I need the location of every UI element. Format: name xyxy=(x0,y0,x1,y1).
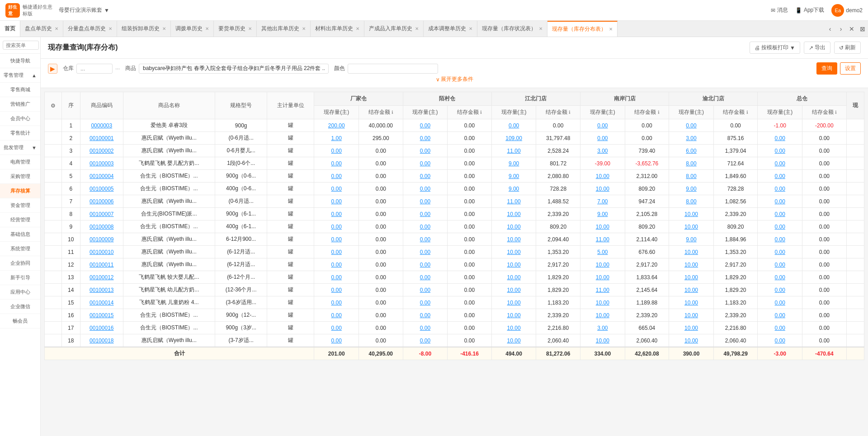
app-download-btn[interactable]: 📱 App下载 xyxy=(795,6,824,14)
color-input[interactable] xyxy=(348,64,438,74)
refresh-icon: ↺ xyxy=(839,45,844,51)
tab-prev-btn[interactable]: ‹ xyxy=(825,21,835,37)
tab-kccz-label: 现存量（库存状况表） xyxy=(482,25,536,33)
tab-close-current-btn[interactable]: ✕ xyxy=(846,21,857,37)
th-zongcang-qty: 现存量(主) xyxy=(758,106,802,119)
tab-fpdsingle-close[interactable]: ✕ xyxy=(108,26,112,31)
table-row: 1000100009惠氏启赋（Wyeth illu...6-12月900...罐… xyxy=(45,233,864,246)
warehouse-filter: 仓库 ··· xyxy=(63,64,120,74)
sidebar-item-huiyuan[interactable]: 会员中心 xyxy=(0,112,40,126)
table-container[interactable]: ⚙ 序 商品编码 商品名称 规格型号 主计量单位 厂家仓 陌村仓 江北门店 南岸… xyxy=(41,88,868,436)
summary-nanan-qty: 334.00 xyxy=(580,347,625,360)
tab-cbsingle-close[interactable]: ✕ xyxy=(469,26,472,31)
sidebar-item-yingyong[interactable]: 应用中心 xyxy=(0,285,40,300)
filter-toggle-btn[interactable]: ▶ xyxy=(48,64,57,74)
sidebar-item-xinshou[interactable]: 新手引导 xyxy=(0,271,40,285)
tab-home[interactable]: 首页 xyxy=(0,21,20,37)
chevron-down-icon: ▼ xyxy=(32,145,37,150)
jiangbei-info-icon[interactable]: ℹ xyxy=(569,110,571,115)
tab-clsingle-close[interactable]: ✕ xyxy=(356,26,359,31)
sidebar-item-kuaijie[interactable]: 快捷导航 xyxy=(0,54,40,68)
settings-btn[interactable]: 设置 xyxy=(840,62,861,75)
summary-zongcang-qty: -3.00 xyxy=(758,347,802,360)
table-row: 700100006惠氏启赋（Wyeth illu...(0-6月适...罐0.0… xyxy=(45,195,864,208)
warehouse-more-icon[interactable]: ··· xyxy=(115,66,120,72)
tab-kccz[interactable]: 现存量（库存状况表） ✕ xyxy=(477,21,547,37)
tab-zsingle[interactable]: 组装拆卸单历史 ✕ xyxy=(117,21,171,37)
sidebar-item-dianshang[interactable]: 电商管理 xyxy=(0,155,40,169)
expand-filter-btn[interactable]: ∨ 展开更多条件 xyxy=(436,75,473,83)
user-avatar-btn[interactable]: Ea demo2 xyxy=(831,4,863,17)
tab-cbsingle-label: 成本调整单历史 xyxy=(428,25,466,33)
tab-kccz-close[interactable]: ✕ xyxy=(539,26,542,31)
query-btn[interactable]: 查询 xyxy=(816,62,837,75)
tab-yhsingle[interactable]: 要货单历史 ✕ xyxy=(214,21,257,37)
zongcang-info-icon[interactable]: ℹ xyxy=(835,110,837,115)
search-input[interactable] xyxy=(3,41,39,50)
summary-nanan-amt: 42,620.08 xyxy=(625,347,669,360)
tab-dysingle[interactable]: 调拨单历史 ✕ xyxy=(171,21,214,37)
th-name: 商品名称 xyxy=(123,92,215,119)
tab-yhsingle-close[interactable]: ✕ xyxy=(248,26,252,31)
changjia-info-icon[interactable]: ℹ xyxy=(392,110,393,115)
filter-area: ▶ 仓库 ··· 商品 颜色 查询 xyxy=(41,59,868,88)
export-icon: ↗ xyxy=(809,45,813,51)
account-selector[interactable]: 母婴行业演示账套 ▼ xyxy=(59,6,109,14)
avatar-initials: Ea xyxy=(835,8,841,13)
sidebar-item-kucun[interactable]: 库存核算 xyxy=(0,184,40,198)
tab-cpsingle-close[interactable]: ✕ xyxy=(415,26,419,31)
yubei-info-icon[interactable]: ℹ xyxy=(746,110,748,115)
tab-qtsingle[interactable]: 其他出库单历史 ✕ xyxy=(257,21,311,37)
tab-close-all-btn[interactable]: ⊠ xyxy=(857,21,868,37)
th-nanan-amt: 结存金额 ℹ xyxy=(625,106,669,119)
tab-fpdsingle[interactable]: 分量盘点单历史 ✕ xyxy=(63,21,117,37)
user-avatar: Ea xyxy=(831,4,844,17)
sidebar: 快捷导航 零售管理 ▲ 零售商城 营销推广 会员中心 零售统计 批发管理 ▼ 电… xyxy=(0,37,41,436)
th-changjia: 厂家仓 xyxy=(314,92,403,106)
dropdown-arrow-icon: ▼ xyxy=(104,7,109,14)
sidebar-item-jichu[interactable]: 基础信息 xyxy=(0,227,40,242)
sidebar-item-zijin[interactable]: 资金管理 xyxy=(0,198,40,213)
warehouse-input[interactable] xyxy=(76,64,113,74)
tab-qtsingle-close[interactable]: ✕ xyxy=(302,26,306,31)
goods-input[interactable] xyxy=(139,64,329,74)
goods-filter: 商品 xyxy=(125,64,329,74)
tab-clsingle[interactable]: 材料出库单历史 ✕ xyxy=(311,21,364,37)
refresh-btn[interactable]: ↺ 刷新 xyxy=(834,42,861,54)
sidebar-item-qiye[interactable]: 企业协同 xyxy=(0,256,40,271)
th-mucun: 陌村仓 xyxy=(403,92,491,106)
sidebar-item-yingxiao[interactable]: 营销推广 xyxy=(0,97,40,112)
table-row: 10000003爱他美 卓睿3段900g罐200.0040,000.000.00… xyxy=(45,119,864,132)
tab-clsingle-label: 材料出库单历史 xyxy=(315,25,353,33)
sidebar-item-lingshoushangheng[interactable]: 零售商城 xyxy=(0,83,40,97)
sidebar-item-changhuiyuan[interactable]: 畅会员 xyxy=(0,314,40,328)
color-filter: 颜色 xyxy=(334,64,438,74)
tab-next-btn[interactable]: › xyxy=(835,21,846,37)
tab-pdsingle[interactable]: 盘点单历史 ✕ xyxy=(20,21,63,37)
tab-pdsingle-close[interactable]: ✕ xyxy=(55,26,58,31)
sidebar-item-caigou[interactable]: 采购管理 xyxy=(0,169,40,184)
nanan-info-icon[interactable]: ℹ xyxy=(658,110,660,115)
tab-kcfb[interactable]: 现存量（库存分布表） ✕ xyxy=(547,21,618,37)
tab-zsingle-close[interactable]: ✕ xyxy=(162,26,166,31)
sidebar-item-lingshoutj[interactable]: 零售统计 xyxy=(0,126,40,141)
table-row: 400100003飞鹤星飞帆 婴儿配方奶...1段(0-6个...罐0.000.… xyxy=(45,157,864,170)
tab-cpsingle-label: 产成品入库单历史 xyxy=(369,25,412,33)
sidebar-item-lingshou[interactable]: 零售管理 ▲ xyxy=(0,68,40,83)
sidebar-item-xitong[interactable]: 系统管理 xyxy=(0,242,40,256)
tab-dysingle-close[interactable]: ✕ xyxy=(205,26,209,31)
sidebar-item-pifa[interactable]: 批发管理 ▼ xyxy=(0,141,40,155)
th-jiangbei-amt: 结存金额 ℹ xyxy=(536,106,580,119)
message-btn[interactable]: ✉ 消息 xyxy=(771,6,788,14)
tab-cbsingle[interactable]: 成本调整单历史 ✕ xyxy=(424,21,477,37)
mucun-info-icon[interactable]: ℹ xyxy=(480,110,482,115)
sidebar-item-jingying[interactable]: 经营管理 xyxy=(0,213,40,227)
tab-cpsingle[interactable]: 产成品入库单历史 ✕ xyxy=(364,21,424,37)
tab-kcfb-close[interactable]: ✕ xyxy=(609,27,613,32)
print-btn[interactable]: 🖨 按模板打印 ▼ xyxy=(750,42,800,54)
sidebar-item-qiyewei[interactable]: 企业微信 xyxy=(0,300,40,314)
th-settings[interactable]: ⚙ xyxy=(45,92,62,119)
table-row: 900100008合生元（BIOSTIME）...400g（6-1...罐0.0… xyxy=(45,220,864,233)
export-btn[interactable]: ↗ 导出 xyxy=(804,42,830,54)
table-row: 1500100014飞鹤星飞帆 儿童奶粉 4...(3-6岁适用...罐0.00… xyxy=(45,296,864,309)
